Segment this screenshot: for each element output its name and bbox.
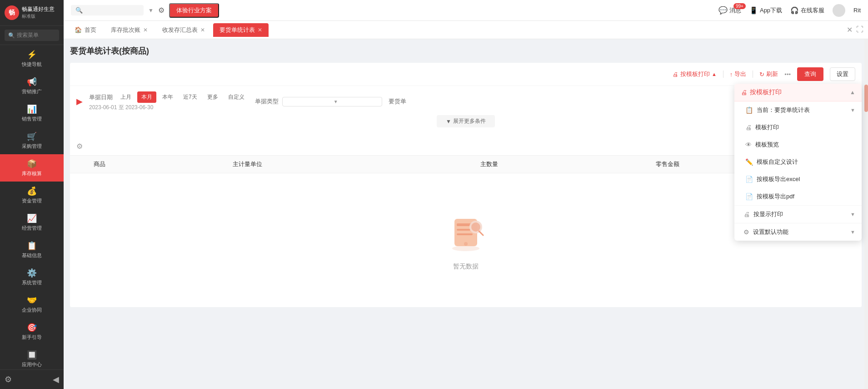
online-service-button[interactable]: 🎧 在线客服	[790, 6, 824, 15]
sidebar-item-purchase[interactable]: 🛒 采购管理	[0, 127, 64, 154]
date-buttons: 上月 本月 本年 近7天 更多 自定义	[116, 91, 249, 103]
sidebar-item-inventory[interactable]: 📦 库存核算	[0, 154, 64, 182]
filter-expand-arrow[interactable]: ▶	[76, 96, 83, 106]
app-name: 畅赢通好生意	[22, 6, 55, 13]
home-icon: 🏠	[75, 26, 82, 33]
date-btn-this-month[interactable]: 本月	[137, 91, 156, 103]
tab-inventory-batch-close[interactable]: ✕	[143, 27, 148, 33]
user-avatar[interactable]	[833, 4, 845, 17]
marketing-icon: 📢	[27, 77, 37, 87]
tab-home[interactable]: 🏠 首页	[68, 23, 103, 37]
refresh-button[interactable]: ↻ 刷新	[759, 70, 778, 78]
tab-receivables-close[interactable]: ✕	[200, 27, 205, 33]
date-btn-this-year[interactable]: 本年	[158, 91, 177, 103]
search-icon: 🔍	[8, 32, 15, 39]
username-label[interactable]: Rit	[853, 7, 861, 14]
expand-more-btn[interactable]: ▼ 展开更多条件	[437, 115, 495, 127]
sidebar-item-operations[interactable]: 📈 经营管理	[0, 209, 64, 236]
template-preview-label: 模板预览	[755, 141, 779, 149]
tab-receivables[interactable]: 收发存汇总表 ✕	[156, 23, 211, 37]
tab-receivables-label: 收发存汇总表	[162, 26, 198, 34]
date-label: 单据日期	[89, 93, 113, 101]
tab-demand-stat-label: 要货单统计表	[219, 26, 255, 34]
scrollbar-thumb[interactable]	[864, 85, 868, 112]
print-dropdown-panel: 🖨 按模板打印 ▲ 📋 当前：要货单统计表 ▼ 🖨 模板打印 👁 模板预览 ✏️	[734, 84, 862, 241]
set-default-arrow: ▼	[850, 229, 855, 235]
type-select[interactable]: ▼	[282, 97, 382, 106]
expand-chevron-icon: ▼	[446, 118, 451, 125]
message-button[interactable]: 💬 消息 99+	[718, 6, 741, 15]
sidebar-settings-icon[interactable]: ⚙	[5, 374, 12, 384]
tab-inventory-batch[interactable]: 库存批次账 ✕	[105, 23, 154, 37]
sidebar-item-app-center[interactable]: 🔲 应用中心	[0, 345, 64, 369]
sidebar-item-finance[interactable]: 💰 资金管理	[0, 182, 64, 209]
export-button[interactable]: ↑ 导出	[730, 70, 747, 78]
app-badge: 标准版	[22, 13, 55, 20]
tab-demand-stat-close[interactable]: ✕	[258, 27, 262, 33]
current-template-label: 当前：要货单统计表	[757, 106, 810, 114]
basic-info-label: 基础信息	[22, 252, 42, 259]
dropdown-chevron-up[interactable]: ▲	[850, 89, 855, 96]
sidebar-search-area[interactable]: 🔍 搜索菜单	[0, 26, 64, 45]
dropdown-current-template[interactable]: 📋 当前：要货单统计表 ▼	[734, 101, 862, 119]
top-actions-bar: 🖨 按模板打印 ▲ ↑ 导出 ↻ 刷新 ••• 查询 设置	[70, 63, 862, 86]
tab-maximize-icon[interactable]: ⛶	[856, 25, 863, 34]
export-pdf-icon: 📄	[745, 193, 753, 200]
right-scrollbar[interactable]	[864, 39, 868, 389]
system-icon: ⚙️	[27, 268, 37, 278]
print-template-button[interactable]: 🖨 按模板打印 ▲	[673, 70, 717, 78]
refresh-label: 刷新	[766, 70, 778, 78]
print-chevron-up: ▲	[712, 71, 717, 77]
query-button[interactable]: 查询	[797, 67, 823, 81]
sidebar-item-system[interactable]: ⚙️ 系统管理	[0, 263, 64, 291]
settings-button[interactable]: 设置	[830, 67, 855, 81]
dropdown-export-pdf[interactable]: 📄 按模板导出pdf	[734, 188, 862, 205]
table-gear-icon[interactable]: ⚙	[76, 142, 83, 151]
sidebar-collapse-icon[interactable]: ◀	[53, 374, 59, 384]
sidebar-item-enterprise[interactable]: 🤝 企业协同	[0, 291, 64, 318]
trial-button[interactable]: 体验行业方案	[169, 3, 219, 18]
date-btn-more[interactable]: 更多	[203, 91, 222, 103]
guide-label: 新手引导	[22, 334, 42, 341]
message-icon: 💬	[718, 6, 728, 15]
sidebar-item-quick-nav[interactable]: ⚡ 快捷导航	[0, 45, 64, 72]
template-icon: 📋	[745, 106, 753, 114]
dropdown-template-print[interactable]: 🖨 模板打印	[734, 119, 862, 136]
headset-icon: 🎧	[790, 6, 799, 15]
template-print-icon: 🖨	[745, 124, 752, 131]
date-btn-7days[interactable]: 近7天	[179, 91, 201, 103]
finance-icon: 💰	[27, 186, 37, 196]
template-custom-label: 模板自定义设计	[757, 158, 798, 166]
th-unit: 主计量单位	[227, 156, 475, 173]
sidebar-item-guide[interactable]: 🎯 新手引导	[0, 318, 64, 345]
sidebar-item-basic-info[interactable]: 📋 基础信息	[0, 236, 64, 263]
tab-demand-stat[interactable]: 要货单统计表 ✕	[213, 23, 269, 37]
dropdown-display-print[interactable]: 🖨 按显示打印 ▼	[734, 205, 862, 223]
dropdown-template-preview[interactable]: 👁 模板预览	[734, 136, 862, 153]
tab-close-window-icon[interactable]: ✕	[847, 25, 853, 34]
topbar-dropdown-arrow[interactable]: ▼	[148, 7, 154, 14]
topbar-gear-icon[interactable]: ⚙	[158, 6, 165, 15]
dropdown-export-excel[interactable]: 📄 按模板导出excel	[734, 171, 862, 188]
date-btn-last-month[interactable]: 上月	[116, 91, 135, 103]
topbar-search[interactable]: 🔍	[71, 5, 144, 15]
dropdown-set-default[interactable]: ⚙ 设置默认功能 ▼	[734, 223, 862, 241]
dropdown-header-title: 🖨 按模板打印	[741, 88, 782, 96]
dropdown-template-custom[interactable]: ✏️ 模板自定义设计	[734, 153, 862, 171]
th-quantity: 主数量	[475, 156, 650, 173]
export-excel-label: 按模板导出excel	[757, 175, 800, 183]
sidebar: 畅 畅赢通好生意 标准版 🔍 搜索菜单 ⚡ 快捷导航 📢 营销推广 📊 销售管理…	[0, 0, 64, 389]
svg-point-6	[471, 222, 480, 232]
type-select-arrow: ▼	[334, 99, 377, 104]
date-btn-custom[interactable]: 自定义	[224, 91, 249, 103]
expand-label: 展开更多条件	[453, 117, 486, 125]
display-print-icon: 🖨	[743, 211, 750, 218]
app-logo: 畅 畅赢通好生意 标准版	[0, 0, 64, 26]
app-download-button[interactable]: 📱 App下载	[749, 6, 782, 15]
sidebar-item-sales[interactable]: 📊 销售管理	[0, 100, 64, 127]
sidebar-item-marketing[interactable]: 📢 营销推广	[0, 72, 64, 100]
quick-nav-label: 快捷导航	[22, 61, 42, 68]
more-options-icon[interactable]: •••	[784, 71, 791, 78]
topbar-search-input[interactable]	[85, 7, 139, 14]
export-pdf-label: 按模板导出pdf	[757, 192, 794, 201]
